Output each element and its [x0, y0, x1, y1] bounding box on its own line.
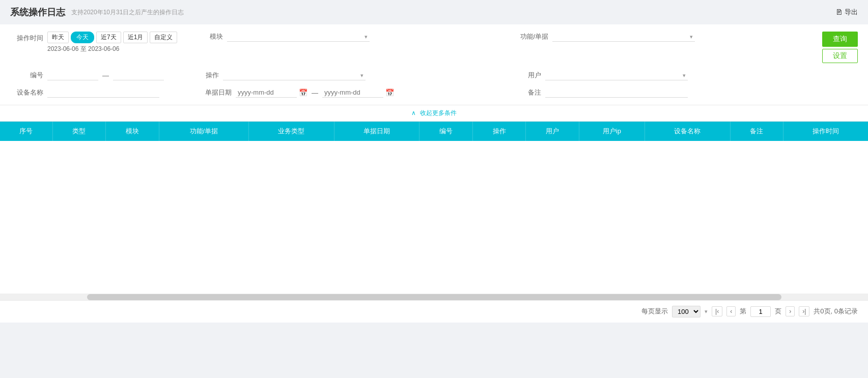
func-label: 功能/单据 — [520, 32, 549, 41]
func-filter-group: 功能/单据 ▾ — [520, 32, 812, 42]
number-to-input[interactable] — [113, 70, 164, 80]
export-button[interactable]: 🖹 导出 — [835, 8, 858, 17]
first-page-button[interactable]: |‹ — [712, 306, 722, 316]
col-user: 用户 — [526, 122, 579, 141]
number-dash: — — [102, 72, 109, 79]
chevron-page-icon: ▾ — [705, 308, 708, 315]
last-page-button[interactable]: ›| — [799, 306, 809, 316]
device-label: 设备名称 — [10, 88, 43, 97]
filter-row-2: 编号 — 操作 ▾ 用户 ▾ — [10, 70, 858, 80]
time-filter-group: 操作时间 昨天 今天 近7天 近1月 自定义 2023-06-06 至 2023… — [10, 32, 177, 53]
user-label: 用户 — [513, 71, 541, 80]
filter-panel: 操作时间 昨天 今天 近7天 近1月 自定义 2023-06-06 至 2023… — [0, 24, 868, 105]
device-input[interactable] — [47, 88, 159, 98]
calendar-to-icon[interactable]: 📅 — [385, 89, 394, 97]
collapse-bar[interactable]: ∧ 收起更多条件 — [0, 105, 868, 122]
col-user-ip: 用户ip — [579, 122, 645, 141]
query-button[interactable]: 查询 — [822, 32, 858, 47]
page-size-label: 每页显示 — [641, 307, 668, 316]
table-container: 序号 类型 模块 功能/单据 业务类型 单据日期 编号 操作 用户 用户ip 设… — [0, 122, 868, 294]
collapse-icon: ∧ — [411, 109, 416, 117]
col-func: 功能/单据 — [159, 122, 248, 141]
time-btn-today[interactable]: 今天 — [71, 32, 94, 43]
prev-page-button[interactable]: ‹ — [726, 306, 736, 316]
remark-filter-group: 备注 — [513, 88, 802, 98]
next-page-button[interactable]: › — [786, 306, 795, 316]
action-buttons: 查询 设置 — [822, 32, 858, 63]
total-info: 共0页, 0条记录 — [814, 307, 858, 316]
col-op-time: 操作时间 — [783, 122, 868, 141]
doc-date-from-input[interactable] — [236, 88, 297, 98]
number-from-input[interactable] — [47, 70, 98, 80]
number-label: 编号 — [10, 71, 43, 80]
filter-row-1: 操作时间 昨天 今天 近7天 近1月 自定义 2023-06-06 至 2023… — [10, 32, 858, 63]
scrollbar-row[interactable] — [0, 294, 868, 300]
export-label: 导出 — [845, 8, 858, 17]
user-select[interactable] — [545, 70, 688, 80]
time-options-group: 昨天 今天 近7天 近1月 自定义 2023-06-06 至 2023-06-0… — [47, 32, 177, 53]
data-table: 序号 类型 模块 功能/单据 业务类型 单据日期 编号 操作 用户 用户ip 设… — [0, 122, 868, 294]
time-btn-7days[interactable]: 近7天 — [96, 32, 121, 43]
func-select[interactable] — [552, 32, 695, 42]
header-left: 系统操作日志 支持2020年10月31日之后产生的操作日志 — [10, 6, 184, 18]
scrollbar-thumb[interactable] — [87, 294, 781, 300]
table-header-row: 序号 类型 模块 功能/单据 业务类型 单据日期 编号 操作 用户 用户ip 设… — [0, 122, 868, 141]
page-input[interactable] — [750, 306, 771, 317]
module-filter-group: 模块 ▾ — [208, 32, 499, 42]
page-subtitle: 支持2020年10月31日之后产生的操作日志 — [71, 8, 184, 17]
doc-date-label: 单据日期 — [204, 88, 232, 97]
device-filter-group: 设备名称 — [10, 88, 173, 98]
page-title: 系统操作日志 — [10, 6, 65, 18]
empty-row — [0, 141, 868, 294]
time-btn-custom[interactable]: 自定义 — [150, 32, 177, 43]
date-dash: — — [312, 89, 318, 97]
empty-cell — [0, 141, 868, 294]
module-label: 模块 — [208, 32, 223, 41]
calendar-from-icon[interactable]: 📅 — [299, 89, 307, 97]
export-icon: 🖹 — [835, 8, 843, 16]
col-operation: 操作 — [472, 122, 525, 141]
col-biz-type: 业务类型 — [249, 122, 334, 141]
col-module: 模块 — [106, 122, 159, 141]
page-label: 第 — [740, 307, 746, 316]
operation-filter-group: 操作 ▾ — [204, 70, 493, 80]
collapse-label: 收起更多条件 — [420, 109, 457, 117]
date-range-display: 2023-06-06 至 2023-06-06 — [47, 45, 177, 53]
filter-row-3: 设备名称 单据日期 📅 — 📅 备注 — [10, 88, 858, 98]
page-unit: 页 — [775, 307, 781, 316]
module-select[interactable] — [227, 32, 370, 42]
time-btn-yesterday[interactable]: 昨天 — [47, 32, 69, 43]
page-size-select[interactable]: 100 50 20 — [672, 306, 701, 317]
col-number: 编号 — [419, 122, 472, 141]
col-seq: 序号 — [0, 122, 52, 141]
user-filter-group: 用户 ▾ — [513, 70, 802, 80]
settings-button[interactable]: 设置 — [822, 49, 858, 63]
col-doc-date: 单据日期 — [334, 122, 419, 141]
operation-label: 操作 — [204, 71, 219, 80]
time-label: 操作时间 — [10, 32, 43, 43]
pagination: 每页显示 100 50 20 ▾ |‹ ‹ 第 页 › ›| 共0页, 0条记录 — [0, 300, 868, 323]
col-remark: 备注 — [730, 122, 783, 141]
page-header: 系统操作日志 支持2020年10月31日之后产生的操作日志 🖹 导出 — [0, 0, 868, 24]
operation-select[interactable] — [223, 70, 366, 80]
remark-input[interactable] — [545, 88, 688, 98]
doc-date-filter-group: 单据日期 📅 — 📅 — [204, 88, 493, 98]
col-type: 类型 — [52, 122, 105, 141]
number-filter-group: 编号 — — [10, 70, 173, 80]
remark-label: 备注 — [513, 88, 541, 97]
time-btn-1month[interactable]: 近1月 — [123, 32, 148, 43]
doc-date-to-input[interactable] — [322, 88, 383, 98]
col-device: 设备名称 — [645, 122, 730, 141]
